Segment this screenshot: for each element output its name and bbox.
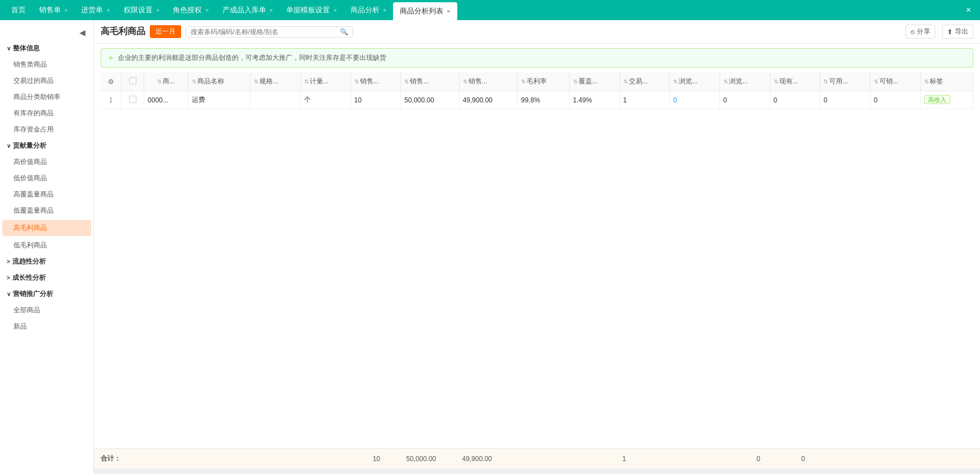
col-header-spec[interactable]: ⇅规格... (250, 72, 301, 91)
nav-item-5[interactable]: 产成品入库单× (216, 0, 280, 20)
footer-cell-6 (540, 455, 585, 463)
sidebar-item-1-4[interactable]: 高毛利商品 (2, 220, 91, 236)
arrow-icon: ∨ (7, 291, 11, 297)
export-icon: ⬆ (947, 28, 953, 36)
gear-icon[interactable]: ⚙ (108, 78, 114, 86)
row-checkbox[interactable] (129, 96, 136, 103)
sidebar-group-4[interactable]: ∨营销推广分析 (0, 286, 93, 302)
col-header-sales_profit[interactable]: ⇅销售... (459, 72, 517, 91)
nav-close-1[interactable]: × (64, 7, 68, 13)
window-close-button[interactable]: × (962, 5, 976, 15)
col-header-browse1[interactable]: ⇅浏览... (670, 72, 720, 91)
footer-label: 合计： (101, 454, 121, 463)
nav-close-7[interactable]: × (383, 7, 386, 13)
header-actions: ⎋ 分享 ⬆ 导出 (906, 25, 973, 39)
sidebar-group-0[interactable]: ∨整体信息 (0, 40, 93, 57)
col-header-sales_qty[interactable]: ⇅销售... (351, 72, 401, 91)
search-input[interactable] (191, 28, 340, 36)
cell-2: 0000... (144, 91, 188, 109)
nav-item-8[interactable]: 商品分析列表× (393, 2, 457, 20)
nav-item-1[interactable]: 销售单× (32, 0, 74, 20)
info-text: 企业的主要的利润都是这部分商品创造的，可考虑加大推广，同时关注库存是不要出现缺货 (118, 53, 386, 63)
browse-link[interactable]: 0 (673, 96, 677, 104)
sidebar-item-1-5[interactable]: 低毛利商品 (0, 237, 93, 254)
sidebar-item-4-1[interactable]: 新品 (0, 318, 93, 335)
arrow-icon: ∨ (7, 45, 11, 51)
footer-cell-7: 1 (585, 455, 629, 463)
content-area: 高毛利商品 近一月 🔍 ⎋ 分享 ⬆ 导出 ✧ 企业的主要的利润都是这部分商品创… (94, 20, 980, 474)
cell-17: 高收入 (920, 91, 973, 109)
sidebar-item-1-3[interactable]: 低覆盖量商品 (0, 203, 93, 219)
nav-close-2[interactable]: × (106, 7, 110, 13)
sidebar-item-0-3[interactable]: 有库存的商品 (0, 105, 93, 121)
cell-1 (121, 91, 144, 109)
nav-item-4[interactable]: 角色授权× (166, 0, 215, 20)
nav-item-7[interactable]: 商品分析× (344, 0, 393, 20)
col-header-available[interactable]: ⇅可用... (820, 72, 870, 91)
col-header-transaction[interactable]: ⇅交易... (619, 72, 670, 91)
share-button[interactable]: ⎋ 分享 (906, 25, 935, 39)
select-all-checkbox[interactable] (129, 77, 136, 85)
nav-item-6[interactable]: 单据模板设置× (280, 0, 343, 20)
sidebar-collapse-button[interactable]: ◀ (76, 27, 89, 38)
col-header-browse2[interactable]: ⇅浏览... (719, 72, 770, 91)
col-header-saleable[interactable]: ⇅可销... (870, 72, 920, 91)
col-header-tag[interactable]: ⇅标签 (920, 72, 973, 91)
cell-0: 1 (101, 91, 121, 109)
cell-4 (250, 91, 301, 109)
footer-cell-4: 49,900.00 (439, 455, 495, 463)
footer-cell-3: 50,000.00 (384, 455, 439, 463)
nav-close-6[interactable]: × (333, 7, 337, 13)
nav-close-3[interactable]: × (156, 7, 159, 13)
info-icon: ✧ (108, 54, 113, 62)
col-header-sales_amount[interactable]: ⇅销售... (401, 72, 459, 91)
nav-item-0[interactable]: 首页 (4, 0, 32, 20)
period-button[interactable]: 近一月 (150, 25, 181, 38)
export-button[interactable]: ⬆ 导出 (942, 25, 973, 39)
col-header-coverage[interactable]: ⇅覆盖... (569, 72, 619, 91)
arrow-icon: > (7, 259, 10, 265)
cell-5: 个 (300, 91, 351, 109)
col-header-gross_margin[interactable]: ⇅毛利率 (518, 72, 570, 91)
sidebar-group-1[interactable]: ∨贡献量分析 (0, 138, 93, 154)
bottom-scrollbar[interactable] (94, 468, 980, 474)
arrow-icon: > (7, 275, 10, 281)
table-footer: 合计： 1050,000.0049,900.00100 (94, 448, 980, 468)
page-title: 高毛利商品 (101, 26, 145, 37)
col-header-code[interactable]: ⇅商... (144, 72, 188, 91)
sidebar-item-1-2[interactable]: 高覆盖量商品 (0, 186, 93, 203)
top-navigation: 首页销售单×进货单×权限设置×角色授权×产成品入库单×单据模板设置×商品分析×商… (0, 0, 980, 20)
footer-cell-1 (294, 455, 339, 463)
search-icon[interactable]: 🔍 (340, 28, 348, 36)
sidebar: ◀ ∨整体信息销售类商品交易过的商品商品分类助销率有库存的商品库存资金占用∨贡献… (0, 20, 94, 474)
cell-7: 50,000.00 (401, 91, 459, 109)
tag-badge: 高收入 (924, 95, 950, 104)
nav-item-2[interactable]: 进货单× (74, 0, 116, 20)
footer-cell-12 (808, 455, 853, 463)
sidebar-group-2[interactable]: >流趋性分析 (0, 254, 93, 270)
sidebar-item-0-1[interactable]: 交易过的商品 (0, 73, 93, 89)
cell-13: 0 (719, 91, 770, 109)
col-header-current_stock[interactable]: ⇅现有... (770, 72, 820, 91)
sidebar-item-0-2[interactable]: 商品分类助销率 (0, 89, 93, 105)
nav-close-4[interactable]: × (205, 7, 209, 13)
sidebar-item-1-1[interactable]: 低价值商品 (0, 170, 93, 186)
nav-close-5[interactable]: × (269, 7, 273, 13)
sidebar-item-0-0[interactable]: 销售类商品 (0, 57, 93, 73)
cell-3: 运费 (188, 91, 250, 109)
sidebar-group-3[interactable]: >成长性分析 (0, 270, 93, 286)
sidebar-item-4-0[interactable]: 全部商品 (0, 302, 93, 318)
footer-cell-9 (674, 455, 719, 463)
col-header-unit[interactable]: ⇅计量... (300, 72, 351, 91)
nav-close-8[interactable]: × (447, 8, 450, 15)
sidebar-item-1-0[interactable]: 高价值商品 (0, 154, 93, 170)
cell-10: 1.49% (569, 91, 619, 109)
search-box: 🔍 (186, 26, 353, 37)
table-row: 10000...运费个1050,000.0049,900.0099.8%1.49… (101, 91, 973, 109)
main-layout: ◀ ∨整体信息销售类商品交易过的商品商品分类助销率有库存的商品库存资金占用∨贡献… (0, 20, 980, 474)
nav-item-3[interactable]: 权限设置× (117, 0, 166, 20)
cell-8: 49,900.00 (459, 91, 517, 109)
cell-6: 10 (351, 91, 401, 109)
sidebar-item-0-4[interactable]: 库存资金占用 (0, 121, 93, 138)
col-header-name[interactable]: ⇅商品名称 (188, 72, 250, 91)
